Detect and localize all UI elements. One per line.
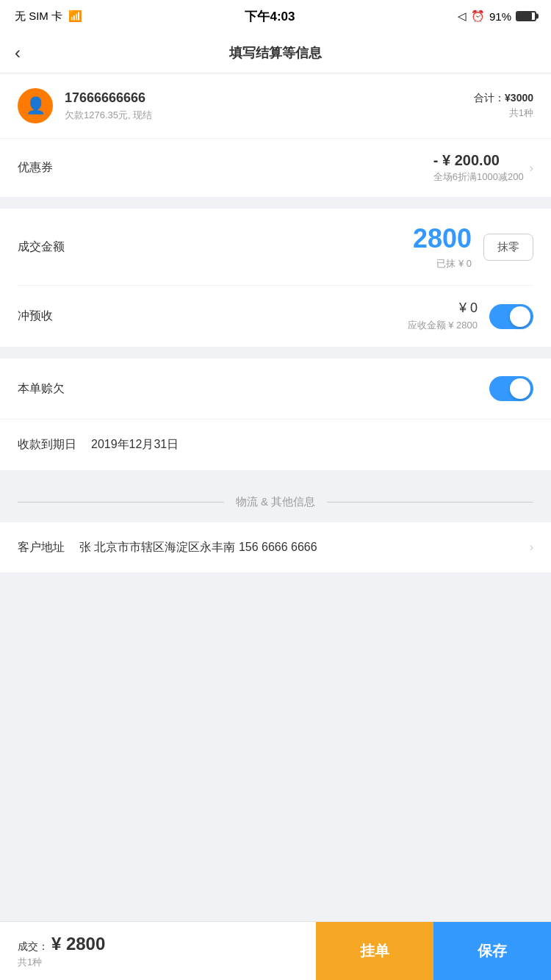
page-title: 填写结算等信息 — [229, 44, 322, 62]
bottom-spacer — [0, 572, 551, 705]
coupon-row[interactable]: 优惠券 - ¥ 200.00 全场6折满1000减200 › — [0, 139, 551, 197]
deal-amount-right: 2800 已抹 ¥ 0 抹零 — [413, 223, 533, 270]
debt-label: 本单赊欠 — [18, 381, 65, 397]
footer-count: 共1种 — [18, 956, 298, 969]
deal-amount-value: 2800 — [413, 223, 472, 254]
prepay-row: 冲预收 ¥ 0 应收金额 ¥ 2800 — [18, 286, 533, 347]
logistics-line-left — [18, 502, 224, 502]
debt-section: 本单赊欠 — [0, 359, 551, 419]
due-date-section: 收款到期日 2019年12月31日 — [0, 419, 551, 470]
user-left: 👤 17666666666 欠款1276.35元, 现结 — [18, 88, 152, 123]
deal-amount-row: 成交金额 2800 已抹 ¥ 0 抹零 — [18, 209, 533, 286]
logistics-label: 物流 & 其他信息 — [236, 495, 315, 509]
address-row[interactable]: 客户地址 张 北京市市辖区海淀区永丰南 156 6666 6666 › — [18, 522, 533, 572]
prepay-right: ¥ 0 应收金额 ¥ 2800 — [408, 300, 533, 332]
hold-button[interactable]: 挂单 — [316, 922, 433, 981]
footer-deal-label: 成交： ¥ 2800 — [18, 934, 298, 954]
section-divider-2 — [0, 347, 551, 359]
logistics-line-right — [327, 502, 533, 502]
prepay-sub: 应收金额 ¥ 2800 — [408, 319, 478, 332]
nav-bar: ‹ 填写结算等信息 — [0, 32, 551, 73]
save-button[interactable]: 保存 — [433, 922, 551, 981]
item-count: 共1种 — [474, 107, 533, 120]
status-time: 下午4:03 — [245, 8, 295, 25]
toggle-knob — [510, 306, 530, 327]
round-button[interactable]: 抹零 — [483, 234, 533, 261]
prepay-toggle[interactable] — [489, 304, 533, 329]
avatar-icon: 👤 — [26, 96, 46, 115]
status-right: ◁ ⏰ 91% — [458, 10, 536, 23]
status-left: 无 SIM 卡 📶 — [15, 10, 82, 24]
location-icon: ◁ — [458, 10, 467, 23]
user-sub-text: 欠款1276.35元, 现结 — [65, 109, 152, 122]
due-date-label: 收款到期日 — [18, 437, 76, 453]
coupon-amount: - ¥ 200.00 — [433, 152, 524, 169]
battery-text: 91% — [489, 10, 511, 23]
prepay-amount: ¥ 0 — [408, 300, 478, 316]
clock-icon: ⏰ — [471, 10, 485, 23]
avatar: 👤 — [18, 88, 53, 123]
prepay-amount-area: ¥ 0 应收金额 ¥ 2800 — [408, 300, 478, 332]
status-bar: 无 SIM 卡 📶 下午4:03 ◁ ⏰ 91% — [0, 0, 551, 32]
coupon-label: 优惠券 — [18, 160, 53, 176]
deal-amount-label: 成交金额 — [18, 239, 65, 255]
coupon-desc: 全场6折满1000减200 — [433, 170, 524, 184]
logistics-header: 物流 & 其他信息 — [0, 482, 551, 522]
footer-amount: ¥ 2800 — [51, 934, 105, 954]
user-phone: 17666666666 — [65, 90, 152, 106]
prepay-label: 冲预收 — [18, 309, 53, 324]
address-section: 客户地址 张 北京市市辖区海淀区永丰南 156 6666 6666 › — [0, 522, 551, 572]
no-sim-text: 无 SIM 卡 — [15, 10, 62, 24]
user-info: 17666666666 欠款1276.35元, 现结 — [65, 90, 152, 122]
section-divider-3 — [0, 470, 551, 482]
user-card: 👤 17666666666 欠款1276.35元, 现结 合计：¥3000 共1… — [0, 73, 551, 138]
footer-info: 成交： ¥ 2800 共1种 — [0, 934, 316, 969]
user-total: 合计：¥3000 共1种 — [474, 92, 533, 120]
deal-section: 成交金额 2800 已抹 ¥ 0 抹零 冲预收 ¥ 0 应收金额 ¥ 2800 — [0, 209, 551, 347]
debt-toggle[interactable] — [489, 376, 533, 401]
total-label: 合计：¥3000 — [474, 92, 533, 105]
due-date-row: 收款到期日 2019年12月31日 — [18, 419, 533, 470]
debt-row: 本单赊欠 — [18, 359, 533, 419]
back-button[interactable]: ‹ — [15, 37, 26, 69]
wifi-icon: 📶 — [68, 10, 82, 23]
address-arrow-icon: › — [530, 541, 533, 554]
due-date-value: 2019年12月31日 — [91, 437, 179, 453]
battery-icon — [516, 11, 536, 21]
address-value: 张 北京市市辖区海淀区永丰南 156 6666 6666 — [79, 538, 524, 556]
footer: 成交： ¥ 2800 共1种 挂单 保存 — [0, 921, 551, 980]
address-label: 客户地址 — [18, 540, 65, 555]
debt-toggle-knob — [510, 378, 530, 399]
section-divider-1 — [0, 197, 551, 209]
coupon-arrow-icon: › — [530, 162, 533, 175]
coupon-right: - ¥ 200.00 全场6折满1000减200 › — [433, 152, 533, 184]
deal-amount-sub: 已抹 ¥ 0 — [413, 257, 472, 270]
